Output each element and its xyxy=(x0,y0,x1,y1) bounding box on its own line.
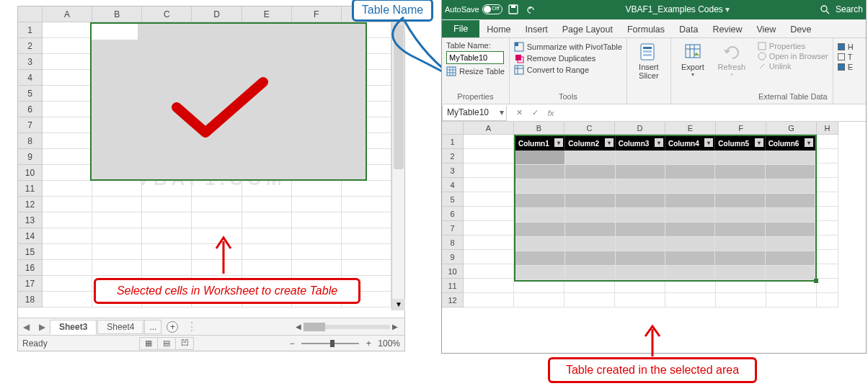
col-header[interactable]: E xyxy=(242,6,292,22)
table-cell[interactable] xyxy=(565,251,615,266)
toggle-icon[interactable]: Off xyxy=(482,4,502,14)
cell[interactable] xyxy=(342,197,391,212)
cell[interactable] xyxy=(817,149,838,163)
cell[interactable] xyxy=(342,244,391,260)
table-cell[interactable] xyxy=(616,165,665,179)
cell[interactable] xyxy=(342,260,391,276)
filter-dropdown-icon[interactable]: ▾ xyxy=(805,138,813,147)
cell[interactable] xyxy=(43,292,92,308)
right-worksheet-grid[interactable]: A B C D E F G H 123456789101112 VBAF1.CO… xyxy=(442,122,866,353)
row-header[interactable]: 5 xyxy=(442,192,464,207)
table-cell[interactable] xyxy=(715,237,765,251)
cell[interactable] xyxy=(464,192,514,207)
cell[interactable] xyxy=(292,197,342,212)
table-cell[interactable] xyxy=(766,151,815,165)
cell[interactable] xyxy=(142,197,192,212)
cell[interactable] xyxy=(716,293,766,308)
row-header[interactable]: 3 xyxy=(442,163,464,178)
col-header[interactable]: C xyxy=(564,122,615,135)
row-header[interactable]: 6 xyxy=(18,102,43,117)
tab-data[interactable]: Data xyxy=(672,22,705,37)
cell[interactable] xyxy=(43,276,92,292)
table-cell[interactable] xyxy=(616,194,665,208)
table-cell[interactable] xyxy=(715,266,765,280)
check-t[interactable]: T xyxy=(838,53,854,61)
table-row[interactable] xyxy=(515,179,815,194)
cell[interactable] xyxy=(242,181,292,197)
table-cell[interactable] xyxy=(665,223,715,237)
table-cell[interactable] xyxy=(515,251,565,266)
insert-slicer-button[interactable]: Insert Slicer xyxy=(632,42,666,80)
cell[interactable] xyxy=(242,260,292,276)
scroll-down-icon[interactable]: ▼ xyxy=(392,299,405,310)
cell[interactable] xyxy=(192,244,242,260)
col-header[interactable]: B xyxy=(92,6,142,22)
table-cell[interactable] xyxy=(715,251,765,266)
cell[interactable] xyxy=(43,212,92,228)
cell[interactable] xyxy=(817,293,838,308)
table-cell[interactable] xyxy=(565,165,615,179)
table-cell[interactable] xyxy=(715,194,765,208)
cell[interactable] xyxy=(464,207,514,221)
hscroll-right-icon[interactable]: ▶ xyxy=(390,322,400,332)
cell[interactable] xyxy=(464,235,514,250)
cell[interactable] xyxy=(43,22,92,38)
tab-developer[interactable]: Deve xyxy=(783,22,818,37)
cell[interactable] xyxy=(817,178,838,192)
select-all-corner[interactable] xyxy=(442,122,464,135)
cell[interactable] xyxy=(464,279,514,293)
table-cell[interactable] xyxy=(665,194,715,208)
table-column-header[interactable]: Column6▾ xyxy=(766,136,815,151)
row-header[interactable]: 5 xyxy=(18,86,43,102)
cancel-icon[interactable]: ✕ xyxy=(511,108,527,117)
table-cell[interactable] xyxy=(665,151,715,165)
row-header[interactable]: 2 xyxy=(18,38,43,54)
save-icon[interactable] xyxy=(507,3,520,16)
row-header[interactable]: 10 xyxy=(18,165,43,181)
cell[interactable] xyxy=(43,244,92,260)
cell[interactable] xyxy=(142,228,192,244)
table-cell[interactable] xyxy=(515,194,565,208)
table-column-header[interactable]: Column1▾ xyxy=(515,136,565,151)
row-header[interactable]: 7 xyxy=(18,117,43,133)
cell[interactable] xyxy=(192,260,242,276)
table-cell[interactable] xyxy=(616,179,665,194)
filter-dropdown-icon[interactable]: ▾ xyxy=(755,138,763,147)
zoom-percent[interactable]: 100% xyxy=(378,338,400,349)
pagebreak-view-icon[interactable]: 凹 xyxy=(175,337,194,350)
table-name-input[interactable] xyxy=(446,51,504,64)
cell[interactable] xyxy=(43,54,92,70)
table-cell[interactable] xyxy=(665,237,715,251)
cell[interactable] xyxy=(242,228,292,244)
resize-table-button[interactable]: Resize Table xyxy=(446,66,505,76)
cell[interactable] xyxy=(766,293,817,308)
table-cell[interactable] xyxy=(715,223,765,237)
cell[interactable] xyxy=(43,181,92,197)
cell[interactable] xyxy=(292,228,342,244)
table-cell[interactable] xyxy=(766,251,815,266)
cell[interactable] xyxy=(464,135,514,149)
cell[interactable] xyxy=(464,250,514,264)
row-header[interactable]: 13 xyxy=(18,212,43,228)
autosave-toggle[interactable]: AutoSave Off xyxy=(445,4,502,14)
cell[interactable] xyxy=(43,70,92,86)
cell[interactable] xyxy=(142,244,192,260)
table-cell[interactable] xyxy=(616,151,665,165)
cell[interactable] xyxy=(192,181,242,197)
tab-sheet3[interactable]: Sheet3 xyxy=(50,320,97,335)
row-header[interactable]: 11 xyxy=(442,279,464,293)
cell[interactable] xyxy=(464,221,514,235)
cell[interactable] xyxy=(817,192,838,207)
cell[interactable] xyxy=(92,181,142,197)
row-header[interactable]: 14 xyxy=(18,228,43,244)
cell[interactable] xyxy=(92,212,142,228)
table-cell[interactable] xyxy=(515,223,565,237)
table-column-header[interactable]: Column2▾ xyxy=(565,136,615,151)
row-header[interactable]: 8 xyxy=(18,133,43,149)
tab-home[interactable]: Home xyxy=(479,22,518,37)
row-header[interactable]: 11 xyxy=(18,181,43,197)
tab-pagelayout[interactable]: Page Layout xyxy=(555,22,620,37)
col-header[interactable]: F xyxy=(716,122,766,135)
cell[interactable] xyxy=(464,149,514,163)
cell[interactable] xyxy=(43,117,92,133)
